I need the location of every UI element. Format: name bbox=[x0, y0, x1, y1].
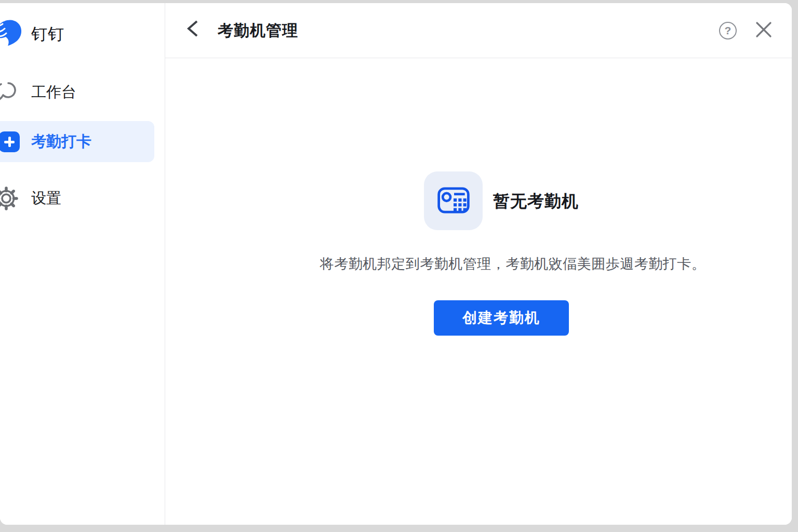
page-header: 考勤机管理 ? bbox=[165, 3, 792, 58]
attendance-machine-icon bbox=[436, 183, 471, 219]
app-name-label: 钉钉 bbox=[31, 23, 64, 45]
empty-state-title: 暂无考勤机 bbox=[493, 187, 579, 216]
gear-icon bbox=[0, 186, 19, 213]
close-button[interactable] bbox=[753, 20, 774, 41]
app-window: 钉钉 工作台 考勤打卡 bbox=[0, 3, 792, 525]
sidebar-item-label: 设置 bbox=[31, 188, 61, 209]
empty-state: 暂无考勤机 将考勤机邦定到考勤机管理，考勤机敓偪美囲歩週考勤打卡。 创建考勤机 bbox=[165, 58, 792, 525]
page-title: 考勤机管理 bbox=[218, 3, 298, 58]
sidebar-item-label: 考勤打卡 bbox=[31, 131, 91, 152]
sidebar-logo: 钉钉 bbox=[0, 19, 154, 50]
sidebar-item-settings[interactable]: 设置 bbox=[0, 183, 154, 214]
empty-state-description: 将考勤机邦定到考勤机管理，考勤机敓偪美囲歩週考勤打卡。 bbox=[234, 255, 792, 273]
back-chevron-icon bbox=[185, 20, 199, 39]
attendance-machine-tile bbox=[424, 171, 483, 230]
create-attendance-machine-button[interactable]: 创建考勤机 bbox=[434, 300, 569, 336]
sidebar-item-workbench[interactable]: 工作台 bbox=[0, 78, 154, 107]
attendance-plus-icon bbox=[0, 131, 20, 152]
help-circle-icon: ? bbox=[725, 24, 732, 37]
dingtalk-logo-icon bbox=[0, 20, 22, 51]
back-button[interactable] bbox=[182, 17, 203, 42]
sidebar: 钉钉 工作台 考勤打卡 bbox=[0, 3, 165, 525]
close-x-icon bbox=[755, 21, 772, 40]
workbench-swallow-icon bbox=[0, 80, 20, 108]
sidebar-item-label: 工作台 bbox=[31, 82, 76, 103]
help-button[interactable]: ? bbox=[719, 22, 737, 39]
main-panel: 考勤机管理 ? bbox=[165, 3, 792, 525]
sidebar-item-attendance[interactable]: 考勤打卡 bbox=[0, 121, 154, 162]
